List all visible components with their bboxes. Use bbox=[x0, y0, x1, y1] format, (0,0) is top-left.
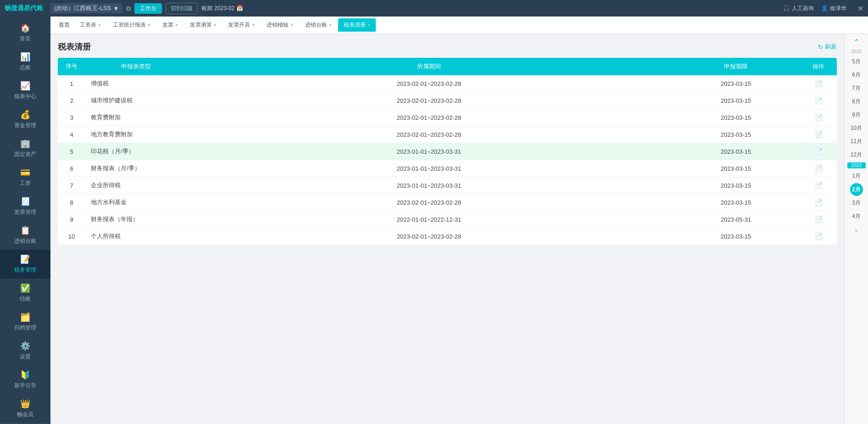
sidebar-item-invoice[interactable]: 🧾 发票管理 bbox=[0, 192, 50, 221]
cell-type: 印花税（月/季） bbox=[85, 143, 186, 160]
cell-action[interactable]: 📄 bbox=[800, 228, 837, 245]
cell-deadline: 2023-03-15 bbox=[672, 143, 800, 160]
tab-close-salary[interactable]: × bbox=[98, 22, 101, 28]
sidebar-item-assets[interactable]: 🏢 固定资产 bbox=[0, 134, 50, 163]
sidebar-item-ledger[interactable]: 📊 总账 bbox=[0, 47, 50, 76]
cell-action[interactable]: 📄 bbox=[800, 143, 837, 160]
cell-action[interactable]: 📄 bbox=[800, 160, 837, 177]
tab-salary-table[interactable]: 工资表 × bbox=[74, 18, 106, 32]
sidebar-item-funds[interactable]: 💰 资金管理 bbox=[0, 105, 50, 134]
cell-type: 地方水利基金 bbox=[85, 194, 186, 211]
tab-purchase-ledger[interactable]: 进销台账 × bbox=[300, 18, 337, 32]
cell-action[interactable]: 📄 bbox=[800, 211, 837, 228]
sidebar-item-purchases[interactable]: 📋 进销台账 bbox=[0, 221, 50, 250]
view-icon[interactable]: 📄 bbox=[815, 182, 823, 189]
cell-deadline: 2023-03-15 bbox=[672, 92, 800, 109]
cell-type: 增值税 bbox=[85, 75, 186, 92]
sidebar-item-archive[interactable]: 🗂️ 归档管理 bbox=[0, 307, 50, 336]
copy-icon[interactable]: ⧉ bbox=[126, 5, 131, 12]
tab-close-purchase-audit[interactable]: × bbox=[290, 22, 293, 28]
human-consult[interactable]: 🎧 人工咨询 bbox=[783, 5, 814, 12]
month-10[interactable]: 10月 bbox=[846, 122, 867, 134]
cell-type: 个人所得税 bbox=[85, 228, 186, 245]
scroll-up-button[interactable]: ⌃ bbox=[853, 38, 859, 46]
view-icon[interactable]: 📄 bbox=[815, 165, 823, 172]
tab-purchase-audit[interactable]: 进销稽核 × bbox=[261, 18, 299, 32]
cell-action[interactable]: 📄 bbox=[800, 177, 837, 194]
refresh-icon: ↻ bbox=[818, 44, 823, 50]
view-icon[interactable]: 📄 bbox=[815, 97, 823, 104]
view-icon[interactable]: 📄 bbox=[815, 216, 823, 223]
sidebar-item-close[interactable]: ✅ 结账 bbox=[0, 279, 50, 307]
view-icon[interactable]: 📄 bbox=[815, 114, 823, 121]
calendar-icon[interactable]: 📅 bbox=[236, 5, 243, 11]
cell-action[interactable]: 📄 bbox=[800, 194, 837, 211]
sidebar-item-salary[interactable]: 💳 工资 bbox=[0, 163, 50, 192]
tab-salary-stats[interactable]: 工资统计报表 × bbox=[107, 18, 156, 32]
ledger-icon: 📊 bbox=[20, 52, 30, 62]
month-12[interactable]: 12月 bbox=[846, 149, 867, 161]
sidebar-item-tax[interactable]: 📝 税务管理 bbox=[0, 250, 50, 279]
month-7[interactable]: 7月 bbox=[846, 82, 867, 95]
sidebar-item-member[interactable]: 👑 畅会员 bbox=[0, 394, 50, 423]
cell-seq: 3 bbox=[58, 109, 85, 126]
month-6[interactable]: 6月 bbox=[846, 69, 867, 81]
month-1[interactable]: 1月 bbox=[846, 170, 867, 182]
view-icon[interactable]: 📄 bbox=[815, 131, 823, 138]
tab-close-tax-register[interactable]: × bbox=[367, 22, 370, 28]
company-selector[interactable]: (勿动）江西账王-LSS ▼ bbox=[50, 3, 122, 13]
sidebar-item-settings[interactable]: ⚙️ 设置 bbox=[0, 336, 50, 365]
month-3[interactable]: 3月 bbox=[846, 197, 867, 209]
scroll-down-button[interactable]: ⌄ bbox=[853, 225, 859, 234]
archive-icon: 🗂️ bbox=[20, 312, 30, 322]
tab-close-invoice-calc[interactable]: × bbox=[214, 22, 217, 28]
table-row: 5 印花税（月/季） 2023-01-01~2023-03-31 2023-03… bbox=[58, 143, 837, 160]
cell-action[interactable]: 📄 bbox=[800, 92, 837, 109]
tab-invoice[interactable]: 发票 × bbox=[157, 18, 184, 32]
sidebar-item-home[interactable]: 🏠 首页 bbox=[0, 18, 50, 47]
tab-tax-register[interactable]: 税表清册 × bbox=[338, 18, 376, 32]
refresh-button[interactable]: ↻ 刷新 bbox=[818, 43, 837, 51]
tab-close-salary-stats[interactable]: × bbox=[148, 22, 150, 28]
view-icon[interactable]: 📄 bbox=[815, 199, 823, 206]
month-9[interactable]: 9月 bbox=[846, 109, 867, 121]
view-icon[interactable]: 📄 bbox=[815, 233, 823, 240]
cell-seq: 10 bbox=[58, 228, 85, 245]
cell-deadline: 2023-03-15 bbox=[672, 194, 800, 211]
month-11[interactable]: 11月 bbox=[846, 135, 867, 148]
cell-action[interactable]: 📄 bbox=[800, 75, 837, 92]
cell-period: 2023-02-01~2023-02-28 bbox=[186, 92, 672, 109]
month-4[interactable]: 4月 bbox=[846, 210, 867, 223]
tab-close-purchase-ledger[interactable]: × bbox=[329, 22, 332, 28]
sidebar-label-settings: 设置 bbox=[20, 353, 31, 361]
sidebar-item-reports[interactable]: 📈 报表中心 bbox=[0, 76, 50, 105]
month-8[interactable]: 8月 bbox=[846, 95, 867, 108]
cell-action[interactable]: 📄 bbox=[800, 126, 837, 143]
sidebar-item-guide[interactable]: 🔰 新手引导 bbox=[0, 365, 50, 394]
month-5[interactable]: 5月 bbox=[846, 56, 867, 68]
view-icon[interactable]: 📄 bbox=[815, 80, 823, 87]
tab-home[interactable]: 首页 bbox=[55, 18, 73, 32]
switch-old-button[interactable]: 切到旧版 bbox=[166, 3, 198, 14]
cell-period: 2023-02-01~2023-02-28 bbox=[186, 228, 672, 245]
workbench-button[interactable]: 工作台 bbox=[134, 3, 162, 14]
page-content: 税表清册 ↻ 刷新 序号 申报表类型 所属期间 申报期限 操作 bbox=[50, 34, 868, 424]
tab-invoice-issue[interactable]: 发票开具 × bbox=[223, 18, 260, 32]
table-row: 4 地方教育费附加 2023-02-01~2023-02-28 2023-03-… bbox=[58, 126, 837, 143]
cell-deadline: 2023-03-15 bbox=[672, 126, 800, 143]
view-icon[interactable]: 📄 bbox=[815, 148, 823, 155]
user-profile[interactable]: 👤 徐泽华 bbox=[821, 5, 846, 12]
cell-seq: 6 bbox=[58, 160, 85, 177]
month-2-active[interactable]: 2月 bbox=[850, 183, 863, 196]
sidebar-label-close: 结账 bbox=[20, 295, 31, 303]
close-button[interactable]: ✕ bbox=[857, 4, 863, 13]
tab-close-invoice[interactable]: × bbox=[175, 22, 178, 28]
tab-close-invoice-issue[interactable]: × bbox=[252, 22, 255, 28]
cell-type: 企业所得税 bbox=[85, 177, 186, 194]
cell-action[interactable]: 📄 bbox=[800, 109, 837, 126]
assets-icon: 🏢 bbox=[20, 139, 30, 149]
cell-type: 财务报表（年报） bbox=[85, 211, 186, 228]
tab-invoice-calc[interactable]: 发票测算 × bbox=[184, 18, 222, 32]
cell-period: 2023-02-01~2023-02-28 bbox=[186, 75, 672, 92]
cell-deadline: 2023-03-15 bbox=[672, 75, 800, 92]
